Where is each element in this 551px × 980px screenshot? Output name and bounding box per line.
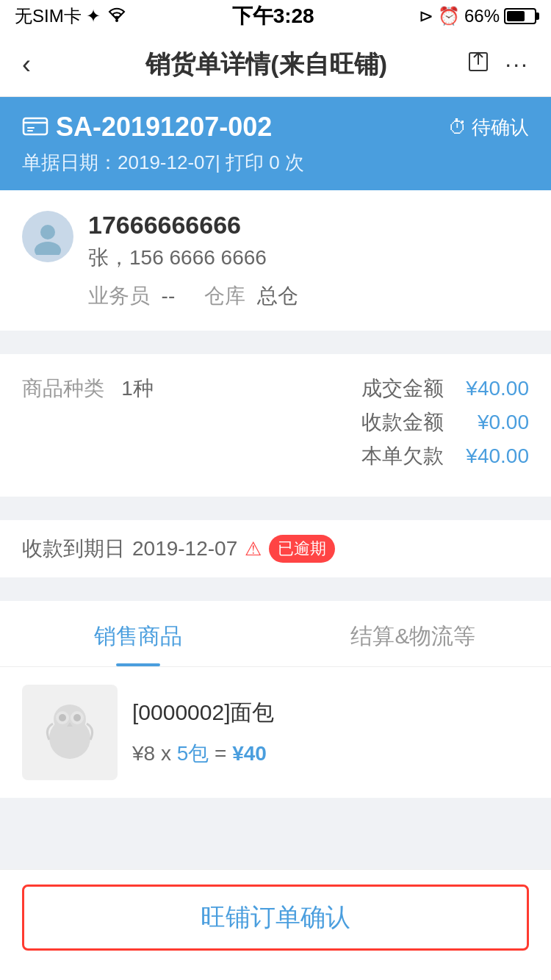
- status-right: ⊳ ⏰ 66%: [419, 6, 536, 26]
- salesman-field: 业务员 --: [88, 282, 175, 310]
- battery-icon: [504, 8, 536, 24]
- product-item: [0000002]面包 ¥8 x 5包 = ¥40: [0, 667, 551, 798]
- status-bar: 无SIM卡 ✦ 下午3:28 ⊳ ⏰ 66%: [0, 0, 551, 32]
- divider-2: [0, 508, 551, 520]
- location-icon: ⊳: [419, 6, 433, 26]
- avatar: [22, 211, 73, 262]
- amounts-section: 商品种类 1种 成交金额 ¥40.00 收款金额 ¥0.00 本单欠款 ¥40.…: [0, 354, 551, 497]
- svg-point-10: [73, 714, 81, 721]
- confirm-order-button[interactable]: 旺铺订单确认: [22, 884, 529, 951]
- customer-section: 17666666666 张，156 6666 6666 业务员 -- 仓库 总仓: [0, 190, 551, 331]
- page-title: 销货单详情(来自旺铺): [66, 48, 467, 82]
- svg-point-4: [35, 242, 61, 255]
- product-name: [0000002]面包: [132, 698, 529, 728]
- customer-info: 17666666666 张，156 6666 6666 业务员 -- 仓库 总仓: [88, 211, 529, 310]
- tab-sales-products[interactable]: 销售商品: [0, 601, 276, 666]
- order-date: 单据日期：2019-12-07| 打印 0 次: [22, 150, 529, 176]
- bottom-bar: 旺铺订单确认: [0, 869, 551, 980]
- status-time: 下午3:28: [232, 2, 314, 30]
- back-button[interactable]: ‹: [22, 49, 66, 80]
- owed-amount: ¥40.00: [466, 444, 529, 468]
- battery-percent: 66%: [464, 6, 500, 26]
- order-banner: SA-20191207-002 ⏱ 待确认 单据日期：2019-12-07| 打…: [0, 97, 551, 190]
- divider-3: [0, 589, 551, 601]
- wifi-icon: [107, 6, 127, 26]
- clock-icon: ⏱: [448, 116, 467, 139]
- status-left: 无SIM卡 ✦: [15, 4, 127, 28]
- nav-right-actions: ···: [467, 50, 529, 79]
- nav-bar: ‹ 销货单详情(来自旺铺) ···: [0, 32, 551, 97]
- svg-rect-2: [24, 118, 47, 134]
- alarm-icon: ⏰: [438, 6, 460, 26]
- order-icon: [22, 112, 48, 143]
- svg-point-0: [115, 19, 118, 22]
- product-info: [0000002]面包 ¥8 x 5包 = ¥40: [132, 698, 529, 768]
- overdue-section: 收款到期日 2019-12-07 ⚠ 已逾期: [0, 520, 551, 577]
- order-status: ⏱ 待确认: [448, 115, 529, 140]
- tab-bar: 销售商品 结算&物流等: [0, 601, 551, 667]
- tab-settlement[interactable]: 结算&物流等: [276, 601, 551, 666]
- overdue-badge: 已逾期: [269, 535, 335, 563]
- share-icon[interactable]: [467, 50, 490, 79]
- no-sim-label: 无SIM卡 ✦: [15, 4, 101, 28]
- overdue-icon: ⚠: [245, 538, 262, 561]
- svg-point-9: [59, 714, 66, 721]
- svg-point-3: [40, 225, 55, 239]
- amount-details: 成交金额 ¥40.00 收款金额 ¥0.00 本单欠款 ¥40.00: [361, 375, 529, 476]
- product-price: ¥8 x 5包 = ¥40: [132, 740, 529, 768]
- customer-phone: 17666666666: [88, 211, 529, 239]
- warehouse-field: 仓库 总仓: [204, 282, 298, 310]
- order-id: SA-20191207-002: [22, 112, 272, 143]
- receipt-amount: ¥0.00: [478, 411, 529, 434]
- customer-name: 张，156 6666 6666: [88, 244, 529, 272]
- more-icon[interactable]: ···: [505, 51, 529, 78]
- product-thumbnail: [22, 685, 118, 780]
- deal-amount: ¥40.00: [466, 377, 529, 400]
- divider-1: [0, 342, 551, 354]
